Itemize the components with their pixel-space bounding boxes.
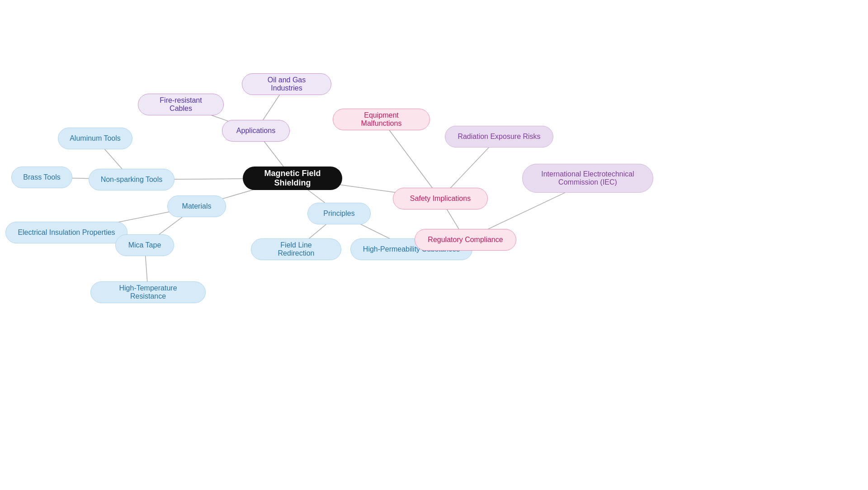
svg-line-14 [382,119,441,199]
iec-node: International Electrotechnical Commissio… [522,164,653,193]
brass-tools-node: Brass Tools [11,167,72,188]
mica-tape-node: Mica Tape [115,234,174,256]
oil-gas-node: Oil and Gas Industries [242,73,331,95]
fire-cables-node: Fire-resistant Cables [138,94,224,115]
elec-insulation-node: Electrical Insulation Properties [5,222,127,243]
principles-node: Principles [307,203,371,224]
radiation-node: Radiation Exposure Risks [445,126,553,147]
materials-node: Materials [167,195,226,217]
high-temp-node: High-Temperature Resistance [90,281,206,303]
reg-compliance-node: Regulatory Compliance [415,229,516,251]
field-line-node: Field Line Redirection [251,238,341,260]
equip-malfunc-node: Equipment Malfunctions [333,109,430,130]
aluminum-tools-node: Aluminum Tools [58,128,132,149]
safety-impl-node: Safety Implications [393,188,488,209]
center-node: Magnetic Field Shielding [243,167,342,190]
applications-node: Applications [222,120,290,142]
non-sparking-node: Non-sparking Tools [89,169,175,190]
